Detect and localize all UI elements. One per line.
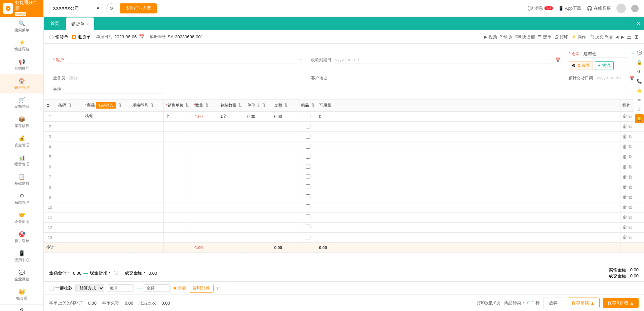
cell-packqty-9[interactable] <box>218 192 245 202</box>
cell-product-2[interactable] <box>83 122 130 132</box>
cell-qty-3[interactable] <box>191 132 218 142</box>
select-order-btn[interactable]: ☰ 选单 <box>538 34 552 40</box>
sort-amount-icon[interactable]: ⇅ <box>284 103 288 108</box>
cell-amount-11[interactable] <box>272 212 299 223</box>
cell-amount-9[interactable] <box>272 192 299 202</box>
copy-icon-4[interactable]: ⧉ <box>629 144 632 150</box>
cell-barcode-2[interactable] <box>56 122 83 132</box>
cell-price-13[interactable] <box>245 233 272 243</box>
cell-qty-2[interactable] <box>191 122 218 132</box>
cell-qty-8[interactable] <box>191 182 218 192</box>
cell-product-5[interactable] <box>83 152 130 162</box>
logistics-btn[interactable]: + 物流 <box>595 61 613 70</box>
cell-packqty-11[interactable] <box>218 212 245 223</box>
tab-close-icon[interactable]: × <box>86 22 89 27</box>
sidebar-item-quick-nav[interactable]: ⚡快捷导航 <box>0 36 43 55</box>
payment-date-input[interactable] <box>333 56 554 64</box>
cell-amount-3[interactable] <box>272 132 299 142</box>
cell-amount-8[interactable] <box>272 182 299 192</box>
cell-price-1[interactable]: 0.00 <box>245 112 272 122</box>
cell-barcode-3[interactable] <box>56 132 83 142</box>
delete-icon-2[interactable]: 🗑 <box>622 124 627 129</box>
app-download-item[interactable]: 📱 App下载 <box>558 5 581 11</box>
grid-view-btn[interactable]: ⊞ <box>634 34 639 40</box>
cell-spec-11[interactable] <box>130 212 164 223</box>
gift-checkbox-1[interactable] <box>306 114 310 118</box>
delete-icon-8[interactable]: 🗑 <box>622 184 627 190</box>
cell-unit-7[interactable] <box>164 172 191 182</box>
expense-split-button[interactable]: 费用分摊 <box>189 284 214 293</box>
cell-barcode-5[interactable] <box>56 152 83 162</box>
cell-qty-11[interactable] <box>191 212 218 223</box>
sidebar-item-base-info[interactable]: 📋基础信息 <box>0 170 43 189</box>
cell-price-3[interactable] <box>245 132 272 142</box>
cell-packqty-13[interactable] <box>218 233 245 243</box>
close-top-button[interactable]: ✕ <box>636 21 641 27</box>
delete-icon-6[interactable]: 🗑 <box>622 164 627 170</box>
copy-icon-3[interactable]: ⧉ <box>629 134 632 140</box>
calendar-icon[interactable]: 📅 <box>139 34 144 39</box>
cell-unit-2[interactable] <box>164 122 191 132</box>
delete-icon-12[interactable]: 🗑 <box>622 225 627 230</box>
operate-btn[interactable]: ⚡ 操作 <box>571 34 586 40</box>
sort-gift-icon[interactable]: ⇅ <box>311 103 315 108</box>
payment-calendar-icon[interactable]: 📅 <box>555 57 561 63</box>
add-payment-button[interactable]: ● 添加 <box>173 285 186 291</box>
cell-price-11[interactable] <box>245 212 272 223</box>
salesperson-input[interactable] <box>67 74 296 82</box>
cell-product-12[interactable] <box>83 223 130 233</box>
list-view-btn[interactable]: ☰ <box>627 34 632 40</box>
cell-spec-4[interactable] <box>130 142 164 152</box>
cell-product-10[interactable] <box>83 202 130 212</box>
delete-icon-1[interactable]: 🗑 <box>622 114 627 119</box>
radio-return[interactable]: 退货单 <box>72 34 91 40</box>
cell-product-4[interactable] <box>83 142 130 152</box>
cell-amount-12[interactable] <box>272 223 299 233</box>
sidebar-item-operations[interactable]: 📊经营管理 <box>0 151 43 170</box>
sidebar-item-finance[interactable]: 💰资金管理 <box>0 132 43 151</box>
gift-checkbox-13[interactable] <box>306 235 310 239</box>
warehouse-input[interactable] <box>581 50 628 58</box>
copy-icon-10[interactable]: ⧉ <box>629 204 632 210</box>
right-tool-lock[interactable]: 🔒 <box>635 58 644 67</box>
sort-unit-icon[interactable]: ⇅ <box>185 103 189 108</box>
cell-gift-8[interactable] <box>299 182 317 192</box>
cell-price-9[interactable] <box>245 192 272 202</box>
calc-method-select[interactable]: 结算方式 <box>75 284 104 292</box>
gift-checkbox-11[interactable] <box>306 215 310 219</box>
cell-barcode-12[interactable] <box>56 223 83 233</box>
cell-gift-6[interactable] <box>299 162 317 172</box>
one-click-checkbox[interactable] <box>49 286 54 290</box>
right-tool-chat[interactable]: 💬 <box>635 48 644 57</box>
cell-spec-3[interactable] <box>130 132 164 142</box>
cell-gift-7[interactable] <box>299 172 317 182</box>
scan-enter-button[interactable]: 扫码录入 <box>96 102 116 109</box>
tab-sale-order[interactable]: 销货单 × <box>66 17 94 31</box>
cell-packqty-10[interactable] <box>218 202 245 212</box>
prev-btn[interactable]: ◀ <box>615 35 618 39</box>
cell-unit-6[interactable] <box>164 162 191 172</box>
cell-barcode-4[interactable] <box>56 142 83 152</box>
delete-icon-3[interactable]: 🗑 <box>622 134 627 140</box>
address-more-btn[interactable]: ··· <box>556 75 561 81</box>
copy-icon-1[interactable]: ⧉ <box>629 114 632 119</box>
tab-home[interactable]: 首页 <box>44 17 66 30</box>
cell-unit-5[interactable] <box>164 152 191 162</box>
copy-icon-11[interactable]: ⧉ <box>629 215 632 220</box>
cell-unit-4[interactable] <box>164 142 191 152</box>
sidebar-item-app-center[interactable]: 📱应用中心 <box>0 247 43 266</box>
cell-amount-6[interactable] <box>272 162 299 172</box>
cell-packqty-6[interactable] <box>218 162 245 172</box>
cell-packqty-8[interactable] <box>218 182 245 192</box>
sidebar-item-inventory[interactable]: 📦库存核算 <box>0 113 43 132</box>
cell-product-8[interactable] <box>83 182 130 192</box>
cell-product-6[interactable] <box>83 162 130 172</box>
product-type-icon[interactable]: ⊙ <box>527 300 531 305</box>
save-draft-button[interactable]: 保存草稿 ▲ <box>567 298 600 308</box>
payment-help-icon[interactable]: ? <box>216 286 219 291</box>
cell-barcode-1[interactable] <box>56 112 83 122</box>
video-btn[interactable]: ▶ 视频 <box>484 34 497 40</box>
delivery-date-input[interactable] <box>595 74 627 82</box>
gift-checkbox-12[interactable] <box>306 225 310 229</box>
account-more-btn[interactable]: ··· <box>137 285 141 291</box>
